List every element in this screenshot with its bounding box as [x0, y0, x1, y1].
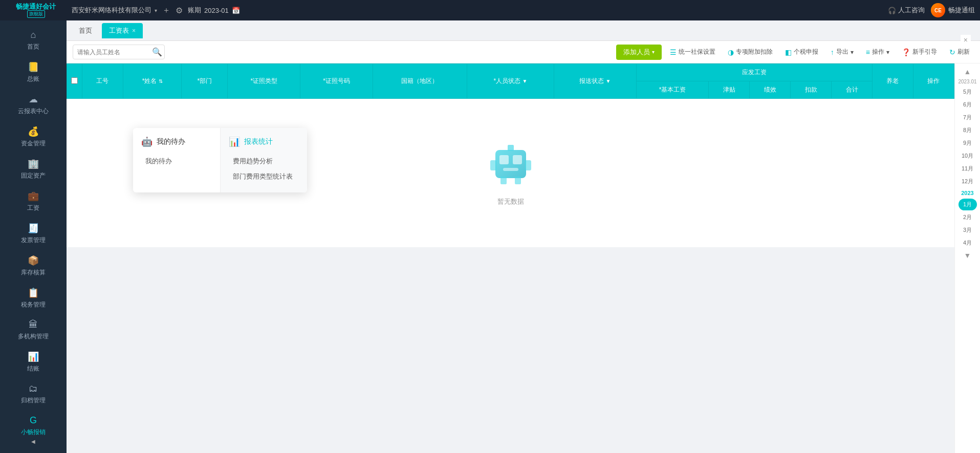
home-icon: ⌂	[31, 30, 36, 40]
right-timeline: ▲ 2023.01 5月 6月 7月 8月 9月 10月 11月 12月 202…	[954, 63, 980, 453]
sidebar-item-cloud-report[interactable]: ☁ 云报表中心	[0, 89, 67, 121]
th-deduct: 扣款	[791, 81, 832, 99]
settle-icon: 📊	[28, 351, 39, 362]
th-report-status: 报送状态 ▼	[554, 64, 636, 99]
sidebar-item-archive[interactable]: 🗂 归档管理	[0, 378, 67, 410]
th-name: *姓名 ⇅	[123, 64, 182, 99]
no-data-text: 暂无数据	[497, 197, 524, 206]
popup-columns: 🤖 我的待办 我的待办 📊 报表统计 费用趋势分析	[133, 128, 307, 192]
calendar-icon[interactable]: 📅	[232, 7, 240, 14]
sidebar-label-salary: 工资	[27, 204, 39, 212]
timeline-month-6[interactable]: 6月	[959, 99, 977, 111]
timeline-month-10[interactable]: 10月	[959, 150, 977, 162]
tab-salary[interactable]: 工资表 ×	[102, 23, 143, 38]
timeline-month-4[interactable]: 4月	[959, 237, 977, 249]
search-input[interactable]	[77, 49, 149, 56]
special-deduct-button[interactable]: ◑ 专项附加扣除	[724, 46, 777, 58]
popup-report-item-1[interactable]: 费用趋势分析	[229, 154, 299, 169]
sidebar-item-ledger[interactable]: 📒 总账	[0, 56, 67, 89]
top-bar: 畅捷通好会计 旗舰版 西安虾米网络科技有限公司 ▾ ＋ ⚙ 账期 2023-01…	[0, 0, 980, 20]
timeline-nav-down[interactable]: ▼	[961, 250, 975, 261]
multi-org-icon: 🏛	[29, 319, 38, 330]
timeline-month-1[interactable]: 1月	[959, 199, 977, 210]
sidebar-item-salary[interactable]: 💼 工资	[0, 185, 67, 218]
sidebar-item-funds[interactable]: 💰 资金管理	[0, 121, 67, 153]
chevron-down-icon: ▾	[155, 8, 157, 13]
sidebar-label-ledger: 总账	[27, 75, 39, 83]
sidebar-item-tax[interactable]: 📋 税务管理	[0, 282, 67, 314]
timeline-month-2[interactable]: 2月	[959, 211, 977, 223]
sidebar-item-xiaochang[interactable]: G 小畅报销 ◀	[0, 410, 67, 449]
timeline-nav-up[interactable]: ▲	[961, 67, 975, 77]
export-button[interactable]: ↑ 导出 ▾	[826, 46, 858, 58]
popup-report-item-2[interactable]: 部门费用类型统计表	[229, 169, 299, 184]
sidebar-item-multi-org[interactable]: 🏛 多机构管理	[0, 314, 67, 346]
popup-todo-item[interactable]: 我的待办	[141, 154, 212, 169]
support-label: 人工咨询	[898, 6, 925, 15]
salary-icon: 💼	[28, 190, 39, 202]
timeline-month-3[interactable]: 3月	[959, 224, 977, 236]
headset-icon: 🎧	[888, 7, 896, 14]
sidebar-item-settle[interactable]: 📊 结账	[0, 346, 67, 378]
add-company-button[interactable]: ＋	[162, 5, 170, 16]
archive-icon: 🗂	[29, 383, 38, 394]
settings-icon-button[interactable]: ⚙	[176, 6, 183, 15]
timeline-month-7[interactable]: 7月	[959, 112, 977, 123]
company-selector[interactable]: 西安虾米网络科技有限公司 ▾	[72, 6, 157, 15]
toolbar: 🔍 添加人员 ▾ ☰ 统一社保设置 ◑ 专项附加扣除 ◧ 个税申报 ↑ 导出	[67, 41, 980, 63]
timeline-year-2023: 2023	[960, 188, 974, 198]
timeline-month-8[interactable]: 8月	[959, 124, 977, 136]
tab-close-icon[interactable]: ×	[132, 27, 136, 34]
sidebar-item-settings[interactable]: ⚙ 基础设置	[0, 449, 67, 453]
th-nationality: 国籍（地区）	[373, 64, 467, 99]
collapse-arrow: ◀	[31, 439, 35, 444]
svg-rect-7	[500, 177, 507, 184]
svg-rect-4	[508, 145, 514, 151]
select-all-checkbox[interactable]	[71, 77, 78, 84]
select-all-header[interactable]	[67, 64, 82, 99]
add-person-button[interactable]: 添加人员 ▾	[616, 45, 662, 60]
tax-report-icon: ◧	[785, 48, 792, 56]
inventory-icon: 📦	[28, 255, 39, 266]
support-button[interactable]: 🎧 人工咨询	[888, 6, 925, 15]
logo-area: 畅捷通好会计 旗舰版	[5, 3, 67, 18]
th-jobnum: 工号	[82, 64, 123, 99]
user-name: 畅捷通组	[948, 6, 975, 15]
invoice-icon: 🧾	[28, 223, 39, 234]
operations-button[interactable]: ≡ 操作 ▾	[862, 46, 894, 58]
refresh-label: 刷新	[957, 48, 970, 56]
todo-icon: 🤖	[141, 136, 153, 147]
table-wrapper: 工号 *姓名 ⇅ *部门 *证照类型 *证照号码 国籍（地区） *人员状态 ▼ …	[67, 63, 954, 453]
sidebar-item-fixed-assets[interactable]: 🏢 固定资产	[0, 153, 67, 185]
search-wrap: 🔍	[73, 45, 165, 59]
guide-button[interactable]: ❓ 新手引导	[898, 46, 941, 58]
svg-rect-5	[490, 160, 496, 170]
sidebar-label-cloud-report: 云报表中心	[18, 107, 49, 116]
tab-home[interactable]: 首页	[72, 23, 99, 38]
timeline-month-5[interactable]: 5月	[959, 86, 977, 98]
sidebar-item-inventory[interactable]: 📦 库存核算	[0, 250, 67, 282]
timeline-month-12[interactable]: 12月	[959, 176, 977, 187]
tab-salary-label: 工资表	[109, 26, 129, 35]
svg-rect-3	[503, 168, 518, 171]
timeline-month-11[interactable]: 11月	[959, 163, 977, 175]
sidebar-item-home[interactable]: ⌂ 首页	[0, 25, 67, 56]
xiaochang-icon: G	[30, 415, 37, 426]
th-dept: *部门	[182, 64, 228, 99]
th-base-salary: *基本工资	[636, 81, 709, 99]
tax-report-button[interactable]: ◧ 个税申报	[781, 46, 822, 58]
th-allowance: 津贴	[709, 81, 750, 99]
sidebar: ⌂ 首页 📒 总账 ☁ 云报表中心 💰 资金管理 🏢 固定资产 💼 工资 🧾 发…	[0, 20, 67, 453]
social-security-button[interactable]: ☰ 统一社保设置	[666, 46, 720, 58]
sidebar-label-invoice: 发票管理	[21, 236, 46, 245]
sidebar-label-home: 首页	[27, 42, 39, 51]
close-panel-button[interactable]: ×	[961, 35, 971, 45]
report-icon: 📊	[229, 136, 240, 147]
user-area[interactable]: CE 畅捷通组	[931, 3, 975, 17]
refresh-button[interactable]: ↻ 刷新	[945, 46, 974, 58]
operations-icon: ≡	[866, 48, 870, 56]
special-deduct-icon: ◑	[728, 48, 734, 56]
timeline-month-9[interactable]: 9月	[959, 137, 977, 149]
sidebar-item-invoice[interactable]: 🧾 发票管理	[0, 218, 67, 250]
sidebar-label-xiaochang: 小畅报销	[21, 428, 46, 437]
